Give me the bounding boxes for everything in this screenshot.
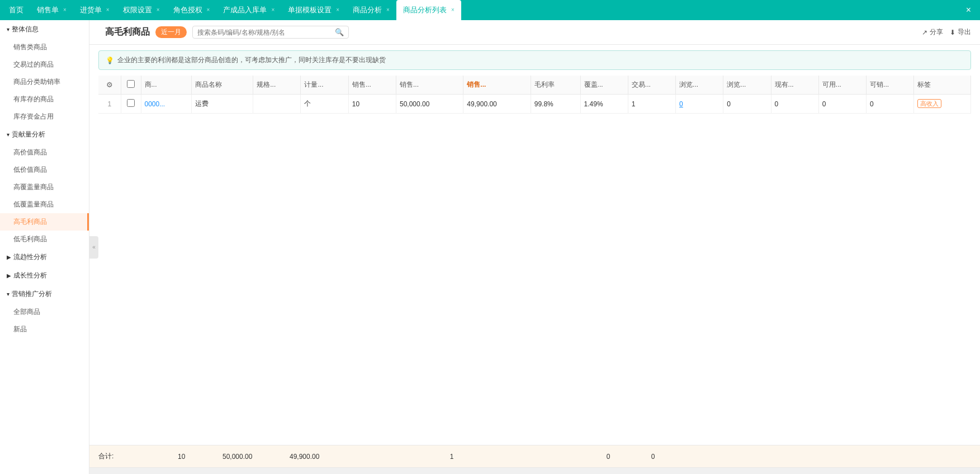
nav-purchase[interactable]: 进货单 ×	[73, 0, 116, 20]
sidebar-item-high-coverage[interactable]: 高覆盖量商品	[0, 179, 89, 196]
select-all-checkbox[interactable]	[127, 80, 135, 88]
top-nav: 首页 销售单 × 进货单 × 权限设置 × 角色授权 × 产成品入库单 × 单据…	[0, 0, 980, 20]
export-button[interactable]: ⬇ 导出	[950, 27, 971, 37]
close-purchase-tab[interactable]: ×	[106, 0, 110, 20]
cell-code[interactable]: 0000...	[141, 95, 191, 114]
nav-analysis-list[interactable]: 商品分析列表 ×	[396, 0, 461, 20]
sidebar-item-low-margin[interactable]: 低毛利商品	[0, 231, 89, 248]
col-spec[interactable]: 规格...	[253, 76, 301, 95]
cell-sales-amt: 50,000.00	[396, 95, 463, 114]
arrow-growth: ▶	[7, 273, 11, 279]
sidebar: ▾ 整体信息 销售类商品 交易过的商品 商品分类助销率 有库存的商品 库存资金占…	[0, 20, 89, 474]
table-container: ⚙ 商... 商品名称	[89, 76, 980, 445]
col-settings[interactable]: ⚙	[98, 76, 121, 95]
col-current-stock[interactable]: 现有...	[771, 76, 818, 95]
col-name[interactable]: 商品名称	[191, 76, 253, 95]
cell-transaction: 1	[628, 95, 675, 114]
sidebar-group-growth[interactable]: ▶ 成长性分析	[0, 266, 89, 285]
cell-checkbox	[121, 95, 141, 114]
horizontal-scrollbar[interactable]	[89, 467, 980, 474]
footer-available: 0	[617, 453, 661, 461]
content-header: 高毛利商品 近一月 🔍 ↗ 分享 ⬇ 导出	[89, 20, 980, 45]
col-code[interactable]: 商...	[141, 76, 191, 95]
close-analysis-tab[interactable]: ×	[386, 0, 390, 20]
footer-browse2	[516, 453, 572, 461]
cell-available: 0	[818, 95, 866, 114]
table-row: 1 0000... 运费 个 10 50,000.00 49,900.00 99…	[98, 95, 971, 114]
sidebar-item-high-value[interactable]: 高价值商品	[0, 144, 89, 161]
close-template-tab[interactable]: ×	[336, 0, 339, 20]
nav-template[interactable]: 单据模板设置 ×	[281, 0, 346, 20]
nav-product-in[interactable]: 产成品入库单 ×	[216, 0, 281, 20]
col-available[interactable]: 可用...	[818, 76, 866, 95]
sidebar-item-low-coverage[interactable]: 低覆盖量商品	[0, 196, 89, 213]
col-coverage[interactable]: 覆盖...	[580, 76, 628, 95]
info-icon: 💡	[106, 57, 114, 64]
sidebar-item-new-goods[interactable]: 新品	[0, 321, 89, 338]
arrow-overall: ▾	[7, 26, 10, 32]
footer-label: 合计:	[98, 452, 113, 461]
footer-browse1	[460, 453, 516, 461]
page-title: 高毛利商品	[105, 26, 150, 38]
col-gross-rate[interactable]: 毛利率	[531, 76, 580, 95]
cell-browse2: 0	[723, 95, 771, 114]
sidebar-item-traded-goods[interactable]: 交易过的商品	[0, 56, 89, 73]
sidebar-group-marketing[interactable]: ▾ 营销推广分析	[0, 285, 89, 303]
close-product-in-tab[interactable]: ×	[271, 0, 274, 20]
footer-empty2	[371, 453, 415, 461]
high-income-tag: 高收入	[917, 99, 941, 108]
content-area: « 高毛利商品 近一月 🔍 ↗ 分享 ⬇ 导出 💡	[89, 20, 980, 474]
share-icon: ↗	[922, 29, 927, 36]
col-sales-profit[interactable]: 销售...	[463, 76, 531, 95]
sidebar-group-overall[interactable]: ▾ 整体信息	[0, 20, 89, 39]
nav-sales[interactable]: 销售单 ×	[30, 0, 73, 20]
close-sales-tab[interactable]: ×	[63, 0, 67, 20]
search-icon[interactable]: 🔍	[335, 28, 344, 36]
col-saleable[interactable]: 可销...	[867, 76, 914, 95]
sidebar-item-all-goods[interactable]: 全部商品	[0, 303, 89, 321]
col-unit[interactable]: 计量...	[301, 76, 348, 95]
sidebar-group-contribution[interactable]: ▾ 贡献量分析	[0, 125, 89, 144]
sidebar-item-stock-capital[interactable]: 库存资金占用	[0, 108, 89, 125]
col-transaction[interactable]: 交易...	[628, 76, 675, 95]
close-analysis-list-tab[interactable]: ×	[451, 0, 455, 20]
share-button[interactable]: ↗ 分享	[922, 27, 943, 37]
filter-recent-month-button[interactable]: 近一月	[155, 26, 187, 38]
main-layout: ▾ 整体信息 销售类商品 交易过的商品 商品分类助销率 有库存的商品 库存资金占…	[0, 20, 980, 474]
sidebar-item-category-rate[interactable]: 商品分类助销率	[0, 73, 89, 91]
cell-current-stock: 0	[771, 95, 818, 114]
col-tag[interactable]: 标签	[914, 76, 971, 95]
window-close-button[interactable]: ×	[959, 5, 978, 15]
row-checkbox[interactable]	[127, 99, 135, 107]
col-browse1[interactable]: 浏览...	[676, 76, 723, 95]
arrow-contribution: ▾	[7, 132, 10, 138]
nav-permission[interactable]: 权限设置 ×	[116, 0, 167, 20]
cell-saleable: 0	[867, 95, 914, 114]
col-sales-amt[interactable]: 销售...	[396, 76, 463, 95]
cell-coverage: 1.49%	[580, 95, 628, 114]
sidebar-collapse-button[interactable]: «	[89, 236, 98, 259]
col-browse2[interactable]: 浏览...	[723, 76, 771, 95]
footer-sales-amt: 50,000.00	[192, 453, 259, 461]
col-sales-qty[interactable]: 销售...	[348, 76, 396, 95]
cell-spec	[253, 95, 301, 114]
cell-browse1[interactable]: 0	[676, 95, 723, 114]
sidebar-item-high-margin[interactable]: 高毛利商品	[0, 213, 89, 231]
col-checkbox	[121, 76, 141, 95]
cell-unit: 个	[301, 95, 348, 114]
sidebar-item-in-stock[interactable]: 有库存的商品	[0, 91, 89, 108]
footer-current-stock: 0	[572, 453, 617, 461]
nav-home[interactable]: 首页	[2, 0, 30, 20]
close-role-tab[interactable]: ×	[207, 0, 210, 20]
cell-sales-profit: 49,900.00	[463, 95, 531, 114]
nav-role[interactable]: 角色授权 ×	[167, 0, 217, 20]
search-input[interactable]	[197, 29, 332, 36]
settings-icon[interactable]: ⚙	[106, 81, 113, 89]
close-permission-tab[interactable]: ×	[157, 0, 160, 20]
sidebar-group-trend[interactable]: ▶ 流趋性分析	[0, 248, 89, 266]
arrow-trend: ▶	[7, 254, 11, 260]
cell-name: 运费	[191, 95, 253, 114]
sidebar-item-low-value[interactable]: 低价值商品	[0, 161, 89, 179]
nav-analysis[interactable]: 商品分析 ×	[346, 0, 396, 20]
sidebar-item-sales-goods[interactable]: 销售类商品	[0, 39, 89, 56]
